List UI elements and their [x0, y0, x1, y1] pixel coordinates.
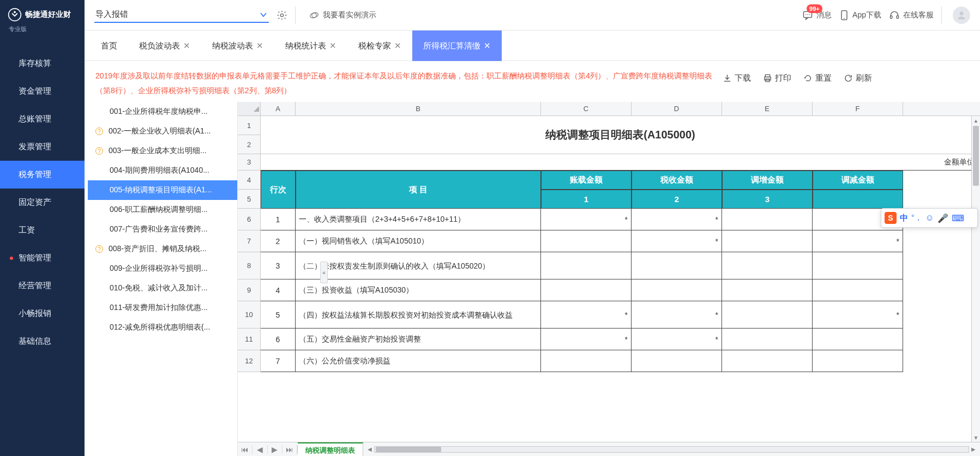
cell[interactable]	[722, 329, 813, 350]
download-button[interactable]: 下载	[723, 73, 751, 83]
sheet-tab-nav[interactable]: ⏮ ◀ ▶ ⏭	[238, 445, 298, 454]
collapse-handle[interactable]: «	[320, 262, 328, 283]
demo-link[interactable]: 我要看实例演示	[309, 10, 376, 21]
row-header[interactable]: 10	[238, 301, 261, 329]
print-button[interactable]: 打印	[763, 73, 791, 83]
cell[interactable]: 6	[261, 329, 296, 350]
cell[interactable]	[541, 350, 632, 372]
cell[interactable]	[813, 252, 903, 279]
ime-toolbar[interactable]: S 中 °， ☺ 🎤 ⌨	[881, 208, 978, 228]
tab[interactable]: 所得税汇算清缴✕	[412, 31, 502, 61]
scroll-left-icon[interactable]: ◀	[365, 446, 374, 452]
cell[interactable]: （六）公允价值变动净损益	[296, 350, 541, 372]
cell[interactable]	[632, 279, 722, 301]
col-header[interactable]: D	[632, 102, 722, 115]
cell[interactable]: 4	[261, 279, 296, 301]
chevron-down-icon[interactable]	[259, 10, 268, 19]
cell[interactable]: *	[813, 301, 903, 329]
sidebar-item[interactable]: 智能管理	[0, 244, 85, 272]
ime-lang[interactable]: 中	[900, 213, 908, 223]
sidebar-item[interactable]: 总账管理	[0, 105, 85, 133]
col-header[interactable]: F	[813, 102, 903, 115]
ime-mic-icon[interactable]: 🎤	[937, 213, 948, 223]
form-list-item[interactable]: 006-职工薪酬纳税调整明细...	[88, 200, 237, 220]
sheet-tab[interactable]: 纳税调整明细表	[298, 442, 363, 457]
row-header[interactable]: 7	[238, 230, 261, 252]
reset-button[interactable]: 重置	[803, 73, 832, 83]
cell[interactable]: *	[541, 209, 632, 230]
customer-service-button[interactable]: 在线客服	[889, 10, 934, 21]
cell[interactable]	[722, 350, 813, 372]
scroll-down-icon[interactable]: ▼	[972, 433, 980, 442]
cell[interactable]	[722, 209, 813, 230]
form-list-item[interactable]: 004-期间费用明细表(A1040...	[88, 161, 237, 180]
form-list-item[interactable]: ?002-一般企业收入明细表(A1...	[88, 121, 237, 141]
message-button[interactable]: 99+ 消息	[802, 10, 832, 21]
cell[interactable]: （三）投资收益（填写A105030）	[296, 279, 541, 301]
row-header[interactable]: 3	[238, 154, 261, 171]
cell[interactable]: 7	[261, 350, 296, 372]
cell[interactable]: *	[632, 209, 722, 230]
cell[interactable]: （五）交易性金融资产初始投资调整	[296, 329, 541, 350]
form-list-item[interactable]: 012-减免所得税优惠明细表(...	[88, 318, 237, 337]
help-icon[interactable]: ?	[95, 147, 103, 155]
last-icon[interactable]: ⏭	[282, 445, 297, 454]
cell[interactable]	[541, 279, 632, 301]
row-header[interactable]: 8	[238, 252, 261, 279]
sidebar-item[interactable]: 小畅报销	[0, 300, 85, 327]
tab[interactable]: 纳税统计表✕	[274, 31, 347, 61]
close-icon[interactable]: ✕	[394, 31, 401, 61]
cell[interactable]: （二）未按权责发生制原则确认的收入（填写A105020）	[296, 252, 541, 279]
cell[interactable]: *	[541, 301, 632, 329]
cell[interactable]: （一）视同销售收入（填写A105010）	[296, 230, 541, 252]
cell[interactable]: *	[813, 230, 903, 252]
tab[interactable]: 税负波动表✕	[128, 31, 201, 61]
help-icon[interactable]: ?	[95, 127, 103, 135]
tab[interactable]: 税检专家✕	[347, 31, 412, 61]
cell[interactable]	[541, 252, 632, 279]
col-header[interactable]: A	[261, 102, 296, 115]
form-list-item[interactable]: ?003-一般企业成本支出明细...	[88, 141, 237, 161]
cell[interactable]	[813, 329, 903, 350]
sidebar-item[interactable]: 库存核算	[0, 50, 85, 77]
row-header[interactable]: 4	[238, 171, 261, 190]
col-header[interactable]: B	[296, 102, 541, 115]
vertical-scrollbar[interactable]: ▲ ▼	[971, 116, 980, 442]
gear-icon[interactable]	[276, 10, 287, 21]
search-input[interactable]: 导入报错	[94, 7, 269, 23]
row-header[interactable]: 11	[238, 329, 261, 350]
cell[interactable]: *	[632, 329, 722, 350]
form-list-item[interactable]: 001-企业所得税年度纳税申...	[88, 102, 237, 121]
sidebar-item[interactable]: 税务管理	[0, 161, 85, 189]
form-list-item[interactable]: ?008-资产折旧、摊销及纳税...	[88, 239, 237, 259]
cell[interactable]: 3	[261, 252, 296, 279]
form-list-item[interactable]: 005-纳税调整项目明细表(A1...	[88, 180, 237, 200]
cell[interactable]: 一、收入类调整项目（2+3+4+5+6+7+8+10+11）	[296, 209, 541, 230]
sidebar-item[interactable]: 资金管理	[0, 77, 85, 105]
form-list-item[interactable]: 011-研发费用加计扣除优惠...	[88, 298, 237, 318]
scroll-up-icon[interactable]: ▲	[972, 116, 980, 125]
cell[interactable]: （四）按权益法核算长期股权投资对初始投资成本调整确认收益	[296, 301, 541, 329]
scroll-thumb[interactable]	[376, 447, 441, 452]
cell[interactable]: 2	[261, 230, 296, 252]
form-list-item[interactable]: 009-企业所得税弥补亏损明...	[88, 259, 237, 278]
close-icon[interactable]: ✕	[329, 31, 336, 61]
next-icon[interactable]: ▶	[268, 445, 282, 454]
cell[interactable]	[632, 252, 722, 279]
sheet-scroll[interactable]: 1 2 3 4 5 6 7 8 9 10 11 12	[238, 116, 980, 442]
form-list-item[interactable]: 007-广告费和业务宣传费跨...	[88, 220, 237, 239]
ime-emoji-icon[interactable]: ☺	[925, 213, 934, 223]
ime-punct-icon[interactable]: °，	[911, 213, 922, 223]
row-header[interactable]: 12	[238, 350, 261, 372]
sidebar-item[interactable]: 固定资产	[0, 189, 85, 216]
cell[interactable]: 1	[261, 209, 296, 230]
cell[interactable]: 5	[261, 301, 296, 329]
cell[interactable]: *	[632, 301, 722, 329]
close-icon[interactable]: ✕	[484, 31, 491, 61]
cell[interactable]	[541, 230, 632, 252]
tab[interactable]: 纳税波动表✕	[201, 31, 274, 61]
col-header[interactable]: E	[722, 102, 813, 115]
row-header[interactable]: 5	[238, 190, 261, 209]
select-all-corner[interactable]	[238, 102, 261, 115]
cell[interactable]	[722, 252, 813, 279]
